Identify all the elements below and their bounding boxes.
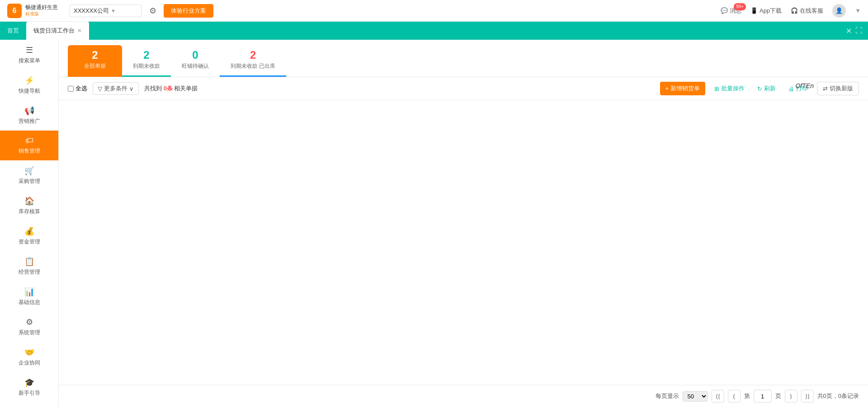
pagination: 每页显示 50 100 200 ⟨⟨ ⟨ 第 页 ⟩ ⟩⟩ 共0页，0条记录: [59, 385, 868, 407]
tab-bar: 首页 钱货日清工作台 ✕ ✕ ⛶: [0, 22, 868, 40]
main-content: 2 全部单据 2 到期未收款 0 旺铺待确认 2 到期未收款 已出库: [59, 40, 868, 407]
guide-icon: 🎓: [24, 378, 34, 388]
print-icon: 🖨: [788, 85, 794, 92]
stats-tab-wangpu[interactable]: 0 旺铺待确认: [171, 45, 220, 77]
sidebar-item-system[interactable]: ⚙ 系统管理: [0, 312, 58, 342]
message-badge: 99+: [734, 3, 746, 10]
stats-tab-due-shipped[interactable]: 2 到期未收款 已出库: [220, 45, 286, 77]
stats-number-wangpu: 0: [192, 49, 198, 61]
sidebar-item-appstore[interactable]: 📱 应用中心: [0, 402, 58, 407]
stats-number-all: 2: [92, 49, 98, 61]
refresh-btn[interactable]: ↻ 刷新: [754, 83, 779, 94]
sidebar-label-purchase: 采购管理: [19, 178, 40, 185]
online-service-btn[interactable]: 🎧 在线客服: [791, 7, 823, 15]
next-page-btn[interactable]: ⟩: [785, 390, 797, 402]
sidebar-label-cooperation: 企业协同: [19, 359, 40, 367]
sidebar-item-operations[interactable]: 📋 经营管理: [0, 251, 58, 281]
sidebar-item-sales[interactable]: 🏷 销售管理: [0, 131, 58, 160]
logo-name: 畅捷通好生意: [25, 4, 58, 11]
stats-tab-all[interactable]: 2 全部单据: [68, 45, 122, 77]
found-text: 共找到 0条 相关单据: [144, 84, 198, 93]
inventory-icon: 🏠: [24, 196, 34, 206]
tab-maximize-icon[interactable]: ⛶: [855, 27, 863, 35]
basic-info-icon: 📊: [24, 287, 34, 297]
found-count: 0条: [164, 85, 173, 92]
company-name: XXXXXX公司: [74, 7, 109, 15]
batch-btn[interactable]: ⊞ 批量操作: [711, 83, 748, 94]
sidebar-label-basic-info: 基础信息: [19, 299, 40, 306]
table-area: [59, 100, 868, 385]
tab-work-bench[interactable]: 钱货日清工作台 ✕: [26, 22, 89, 40]
first-page-btn[interactable]: ⟨⟨: [712, 390, 724, 402]
headset-icon: 🎧: [791, 7, 798, 14]
search-menu-icon: ☰: [26, 45, 33, 55]
switch-version-btn[interactable]: ⇄ 切换新版: [817, 82, 859, 95]
page-input[interactable]: [754, 390, 772, 402]
sidebar-item-purchase[interactable]: 🛒 采购管理: [0, 160, 58, 191]
stats-number-due-shipped: 2: [250, 49, 256, 61]
logo-badge: 标准版: [25, 11, 58, 17]
sidebar-item-search[interactable]: ☰ 搜索菜单: [0, 40, 58, 70]
tab-work-bench-label: 钱货日清工作台: [33, 27, 75, 35]
select-all-checkbox[interactable]: 全选: [68, 84, 87, 93]
sidebar-item-quicknav[interactable]: ⚡ 快捷导航: [0, 70, 58, 100]
message-icon: 💬: [721, 7, 728, 14]
tab-home-label: 首页: [7, 27, 19, 35]
filter-btn[interactable]: ▽ 更多条件 ∨: [93, 82, 139, 95]
quick-nav-icon: ⚡: [24, 75, 34, 85]
top-bar-right: 💬 消息 99+ 📱 App下载 🎧 在线客服 👤 ▼: [721, 4, 861, 18]
company-chevron-icon: ▼: [111, 8, 116, 14]
often-watermark: OfTEn: [796, 82, 814, 89]
logo-area: 6 畅捷通好生意 标准版: [7, 4, 66, 18]
message-btn[interactable]: 💬 消息 99+: [721, 7, 741, 15]
tab-home[interactable]: 首页: [0, 22, 26, 40]
sidebar-item-inventory[interactable]: 🏠 库存核算: [0, 191, 58, 221]
sidebar-item-guide[interactable]: 🎓 新手引导: [0, 372, 58, 402]
stats-tabs: 2 全部单据 2 到期未收款 0 旺铺待确认 2 到期未收款 已出库: [59, 40, 868, 77]
top-bar: 6 畅捷通好生意 标准版 XXXXXX公司 ▼ ⚙ 体验行业方案 💬 消息 99…: [0, 0, 868, 22]
sidebar-label-finance: 资金管理: [19, 238, 40, 246]
stats-label-due: 到期未收款: [133, 62, 160, 70]
sidebar-item-marketing[interactable]: 📢 营销推广: [0, 100, 58, 131]
select-all-label: 全选: [75, 84, 87, 93]
toolbar: 全选 ▽ 更多条件 ∨ 共找到 0条 相关单据 + 新增销货单 ⊞ 批量操作: [59, 77, 868, 100]
per-page-label: 每页显示: [656, 392, 679, 400]
avatar[interactable]: 👤: [832, 4, 846, 18]
sidebar-label-search: 搜索菜单: [19, 57, 40, 65]
main-layout: ☰ 搜索菜单 ⚡ 快捷导航 📢 营销推广 🏷 销售管理 🛒 采购管理 🏠 库存核…: [0, 40, 868, 407]
tab-close-icon[interactable]: ✕: [77, 28, 82, 34]
tab-minimize-icon[interactable]: ✕: [846, 27, 852, 35]
filter-icon: ▽: [98, 85, 102, 92]
toolbar-right: + 新增销货单 ⊞ 批量操作 ↻ 刷新 🖨 打印 ⇄ 切换新版: [660, 82, 859, 95]
select-all-input[interactable]: [68, 86, 74, 92]
settings-icon[interactable]: ⚙: [146, 4, 160, 18]
stats-label-wangpu: 旺铺待确认: [182, 62, 209, 70]
empty-state: [59, 100, 868, 385]
sales-icon: 🏷: [25, 136, 33, 145]
operations-icon: 📋: [24, 257, 34, 267]
prev-page-btn[interactable]: ⟨: [728, 390, 741, 402]
sidebar-label-system: 系统管理: [19, 329, 40, 337]
last-page-btn[interactable]: ⟩⟩: [801, 390, 814, 402]
finance-icon: 💰: [24, 226, 34, 236]
stats-tab-due[interactable]: 2 到期未收款: [122, 45, 171, 77]
marketing-icon: 📢: [24, 106, 34, 116]
stats-number-due: 2: [143, 49, 149, 61]
app-download-btn[interactable]: 📱 App下载: [750, 7, 782, 15]
page-label: 第: [744, 392, 750, 400]
sidebar-label-sales: 销售管理: [19, 147, 40, 155]
sidebar-item-cooperation[interactable]: 🤝 企业协同: [0, 342, 58, 372]
per-page-select[interactable]: 50 100 200: [683, 391, 708, 402]
sidebar-label-guide: 新手引导: [19, 389, 40, 397]
stats-label-all: 全部单据: [84, 62, 106, 70]
refresh-icon: ↻: [757, 85, 762, 92]
add-order-btn[interactable]: + 新增销货单: [660, 82, 705, 95]
company-selector[interactable]: XXXXXX公司 ▼: [70, 5, 142, 17]
sidebar-item-basic-info[interactable]: 📊 基础信息: [0, 281, 58, 312]
experience-btn[interactable]: 体验行业方案: [164, 4, 213, 18]
toolbar-left: 全选 ▽ 更多条件 ∨ 共找到 0条 相关单据: [68, 82, 198, 95]
app-download-icon: 📱: [750, 7, 758, 14]
sidebar-item-finance[interactable]: 💰 资金管理: [0, 221, 58, 251]
system-icon: ⚙: [26, 317, 33, 327]
username-area[interactable]: ▼: [855, 7, 861, 14]
